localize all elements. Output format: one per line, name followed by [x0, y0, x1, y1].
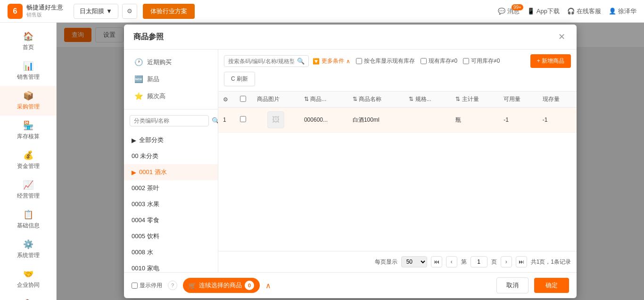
row-num: 1: [218, 108, 235, 133]
quick-tab-recent[interactable]: 🕐 近期购买: [130, 55, 212, 69]
sidebar-item-operations[interactable]: 📈 经营管理: [0, 175, 56, 205]
row-select-checkbox[interactable]: [240, 116, 246, 122]
cart-area[interactable]: 🛒 连续选择的商品 0: [183, 278, 260, 293]
sort-icon-name: ⇅: [353, 96, 357, 102]
cat-item-alcohol[interactable]: ▶ 0001 酒水: [124, 164, 218, 180]
cancel-button[interactable]: 取消: [496, 277, 528, 293]
modal-close-button[interactable]: ✕: [556, 31, 567, 42]
enterprise-icon: 🤝: [23, 269, 33, 279]
current-stock-checkbox-label[interactable]: 现有库存≠0: [421, 57, 457, 65]
help-button[interactable]: ?: [168, 281, 177, 290]
sidebar-item-sales[interactable]: 📊 销售管理: [0, 56, 56, 86]
quick-tab-frequent[interactable]: ⭐ 频次高: [130, 89, 212, 103]
finance-icon: 💰: [23, 150, 33, 160]
filter-button[interactable]: 🔽 更多条件 ∧: [313, 57, 350, 65]
sidebar-item-enterprise[interactable]: 🤝 企业协同: [0, 264, 56, 294]
refresh-button[interactable]: C 刷新: [224, 72, 255, 86]
prev-page-button[interactable]: ‹: [446, 256, 457, 267]
cart-label: 连续选择的商品: [199, 281, 242, 290]
per-page-select[interactable]: 50 100 200: [401, 256, 427, 267]
warehouse-checkbox-label[interactable]: 按仓库显示现有库存: [356, 57, 415, 65]
category-search-input[interactable]: [130, 115, 209, 126]
new-icon: 🆕: [134, 75, 143, 83]
first-page-button[interactable]: ⏮: [431, 256, 442, 267]
table-container: ⚙ 商品图片 ⇅ 商品...: [218, 92, 577, 251]
th-product-code[interactable]: ⇅ 商品...: [299, 92, 348, 108]
row-spec: [404, 108, 451, 133]
quick-tab-new[interactable]: 🆕 新品: [130, 72, 212, 86]
checkbox-group: 按仓库显示现有库存 现有库存≠0 可用库存≠0: [356, 57, 500, 65]
row-checkbox[interactable]: [235, 108, 252, 133]
available-stock-checkbox[interactable]: [463, 58, 469, 64]
th-spec[interactable]: ⇅ 规格...: [404, 92, 451, 108]
confirm-button[interactable]: 确定: [534, 278, 569, 293]
user-nav-item[interactable]: 👤 徐泽华: [609, 7, 636, 16]
arrow-active-icon: ▶: [132, 169, 136, 176]
cat-item-snack[interactable]: 0004 零食: [124, 212, 218, 228]
cat-item-all[interactable]: ▶ 全部分类: [124, 132, 218, 148]
pagination: 每页显示 50 100 200 ⏮ ‹ 第 页 ›: [218, 251, 577, 272]
gear-button[interactable]: ⚙: [122, 4, 137, 19]
sidebar-item-home[interactable]: 🏠 首页: [0, 26, 56, 56]
arrow-icon: ▶: [132, 137, 136, 144]
cat-item-appliance[interactable]: 0010 家电: [124, 260, 218, 272]
cat-item-beverage[interactable]: 0005 饮料: [124, 228, 218, 244]
sidebar-item-purchase[interactable]: 📦 采购管理: [0, 86, 56, 116]
sidebar-item-system[interactable]: ⚙️ 系统管理: [0, 234, 56, 264]
last-page-button[interactable]: ⏭: [516, 256, 527, 267]
product-search-input[interactable]: [228, 58, 294, 65]
page-label: 第: [461, 258, 467, 266]
sidebar-item-guide[interactable]: 📚 新手引导: [0, 294, 56, 300]
sidebar-label-sales: 销售管理: [17, 73, 40, 81]
exp-button[interactable]: 体验行业方案: [143, 4, 195, 19]
product-reference-modal: 商品参照 ✕ 🕐 近期购买 🆕: [124, 25, 577, 298]
th-unit[interactable]: ⇅ 主计量: [451, 92, 499, 108]
show-disabled-checkbox-label[interactable]: 显示停用: [132, 282, 162, 290]
cat-item-fruit[interactable]: 0003 水果: [124, 196, 218, 212]
warehouse-checkbox[interactable]: [356, 58, 362, 64]
available-stock-checkbox-label[interactable]: 可用库存≠0: [463, 57, 500, 65]
show-disabled-checkbox[interactable]: [132, 283, 138, 289]
table-row[interactable]: 1 🖼 000600... 白酒100ml 瓶: [218, 108, 577, 133]
logo-icon: 6: [8, 4, 23, 19]
modal-header: 商品参照 ✕: [124, 25, 577, 50]
category-search-row: 🔍: [124, 111, 218, 130]
sidebar-label-system: 系统管理: [17, 251, 40, 259]
cat-item-tea[interactable]: 0002 茶叶: [124, 180, 218, 196]
online-service-nav-item[interactable]: 🎧 在线客服: [567, 7, 601, 16]
page-unit: 页: [491, 258, 497, 266]
quick-tabs: 🕐 近期购买 🆕 新品 ⭐ 频次高: [124, 50, 218, 107]
th-checkbox: [235, 92, 252, 108]
sort-icon: ⇅: [304, 96, 309, 102]
toolbar: 🔍 🔽 更多条件 ∧ 按仓库显示现有库存: [218, 50, 577, 92]
left-panel: 🕐 近期购买 🆕 新品 ⭐ 频次高: [124, 50, 218, 272]
collapse-button[interactable]: ∧: [265, 281, 271, 290]
cat-item-unclassified[interactable]: 00 未分类: [124, 148, 218, 164]
page-number-input[interactable]: [471, 256, 487, 267]
sidebar-item-basic-info[interactable]: 📋 基础信息: [0, 205, 56, 234]
current-stock-checkbox[interactable]: [421, 58, 427, 64]
product-image: 🖼: [267, 111, 284, 128]
th-product-name[interactable]: ⇅ 商品名称: [348, 92, 405, 108]
right-panel: 🔍 🔽 更多条件 ∧ 按仓库显示现有库存: [218, 50, 577, 272]
row-image: 🖼: [252, 108, 299, 133]
th-settings[interactable]: ⚙: [218, 92, 235, 108]
sidebar-item-finance[interactable]: 💰 资金管理: [0, 145, 56, 175]
messages-nav-item[interactable]: 💬 消息 99+: [498, 7, 520, 16]
th-product-image: 商品图片: [252, 92, 299, 108]
next-page-button[interactable]: ›: [501, 256, 512, 267]
sidebar-item-inventory[interactable]: 🏪 库存核算: [0, 116, 56, 145]
app-download-nav-item[interactable]: 📱 App下载: [527, 7, 560, 16]
product-search-icon[interactable]: 🔍: [297, 58, 305, 65]
th-stock: 现存量: [538, 92, 577, 108]
select-all-checkbox[interactable]: [240, 96, 246, 102]
sort-icon-spec: ⇅: [409, 96, 413, 102]
nav-selector[interactable]: 日太阳膜 ▼: [74, 4, 118, 19]
row-code: 000600...: [299, 108, 348, 133]
cart-count: 0: [245, 281, 254, 290]
category-search-icon[interactable]: 🔍: [212, 117, 218, 125]
add-product-button[interactable]: + 新增商品: [530, 54, 571, 68]
footer-left: 显示停用: [132, 282, 162, 290]
modal-footer: 显示停用 ? 🛒 连续选择的商品 0 ∧ 取消 确定: [124, 272, 577, 298]
cat-item-water[interactable]: 0008 水: [124, 244, 218, 260]
